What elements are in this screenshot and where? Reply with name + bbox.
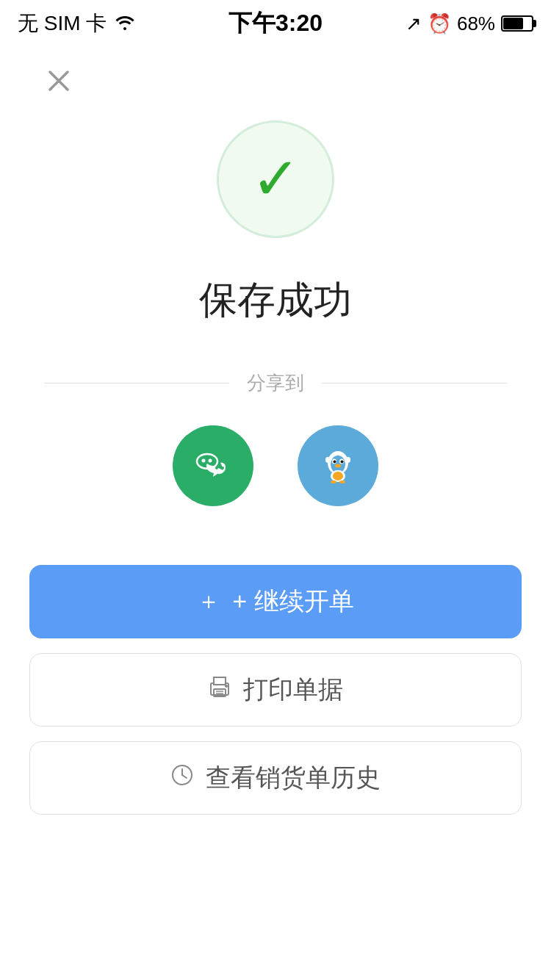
svg-point-17 [333, 472, 343, 480]
continue-button[interactable]: ＋ + 继续开单 [29, 565, 522, 638]
main-content: ✓ 保存成功 分享到 [0, 47, 551, 980]
sim-label: 无 SIM 卡 [18, 10, 107, 37]
share-line-left [44, 383, 229, 383]
svg-point-18 [331, 480, 336, 483]
svg-point-19 [339, 480, 345, 483]
print-button[interactable]: 打印单据 [29, 653, 522, 727]
checkmark-icon: ✓ [251, 150, 300, 209]
svg-line-28 [182, 775, 187, 778]
battery-icon [501, 15, 533, 32]
battery-percent: 68% [457, 12, 495, 35]
svg-rect-21 [214, 677, 226, 685]
qq-icon [316, 444, 360, 488]
qq-share-button[interactable] [298, 425, 378, 506]
svg-point-4 [209, 459, 212, 463]
close-button[interactable] [37, 59, 81, 103]
clock-icon [170, 763, 194, 793]
share-divider: 分享到 [0, 370, 551, 396]
svg-point-12 [341, 461, 344, 464]
share-icons-container [173, 425, 378, 506]
share-line-right [322, 383, 507, 383]
continue-label: + 继续开单 [232, 585, 353, 619]
svg-point-25 [225, 685, 228, 688]
svg-point-13 [335, 464, 341, 468]
wechat-icon [191, 444, 235, 488]
action-buttons: ＋ + 继续开单 打印单据 [0, 565, 551, 815]
success-icon-circle: ✓ [217, 120, 334, 238]
location-icon: ↗ [406, 12, 422, 35]
status-left: 无 SIM 卡 [18, 10, 136, 37]
wifi-icon [114, 12, 136, 35]
alarm-icon: ⏰ [428, 12, 451, 35]
share-label: 分享到 [229, 370, 322, 396]
status-right: ↗ ⏰ 68% [406, 12, 533, 35]
svg-point-6 [221, 466, 224, 469]
history-button[interactable]: 查看销货单历史 [29, 741, 522, 815]
svg-point-15 [346, 457, 350, 463]
print-label: 打印单据 [243, 673, 343, 707]
svg-point-14 [325, 457, 330, 463]
status-bar: 无 SIM 卡 下午3:20 ↗ ⏰ 68% [0, 0, 551, 47]
plus-icon: ＋ [197, 586, 220, 618]
success-title: 保存成功 [199, 275, 352, 326]
wechat-share-button[interactable] [173, 425, 253, 506]
status-time: 下午3:20 [228, 7, 323, 40]
history-label: 查看销货单历史 [206, 761, 381, 795]
svg-point-3 [202, 459, 206, 463]
svg-point-5 [215, 466, 218, 469]
print-icon [208, 676, 231, 704]
svg-point-11 [334, 461, 336, 464]
